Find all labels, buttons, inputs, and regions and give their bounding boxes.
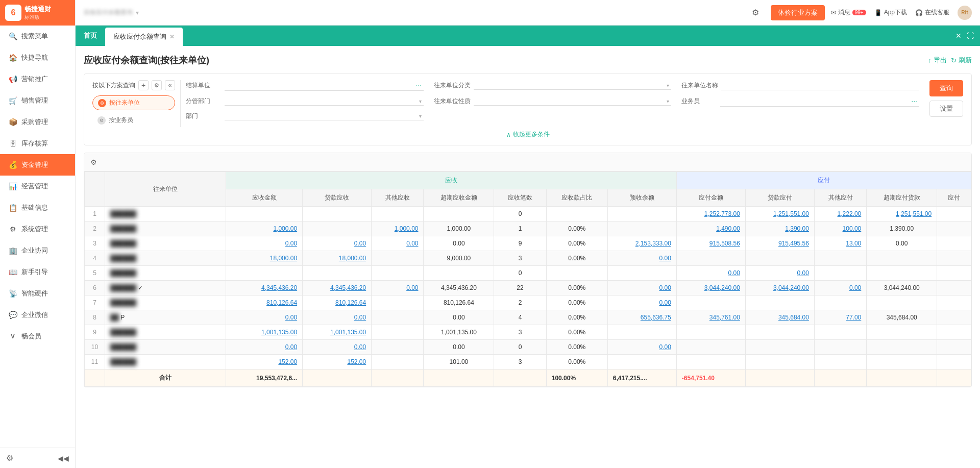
sidebar-item-operations[interactable]: 📊 经营管理 <box>0 176 75 197</box>
ar-amount-3[interactable]: 0.00 <box>226 236 303 251</box>
scheme-settings-btn[interactable]: ⚙ <box>152 80 162 90</box>
ar-loan-8[interactable]: 0.00 <box>303 310 372 325</box>
ar-amount-4[interactable]: 18,000.00 <box>226 251 303 266</box>
dept2-select[interactable]: ▾ <box>225 112 424 120</box>
tab-close-icon[interactable]: ✕ <box>169 33 175 40</box>
salesman-input[interactable] <box>722 97 911 105</box>
ap-overdue-5 <box>867 266 937 281</box>
ap-overdue-1[interactable]: 1,251,551.00 <box>867 207 937 221</box>
ar-amount-9[interactable]: 1,001,135.00 <box>226 325 303 340</box>
sidebar-item-inventory[interactable]: 🗄 库存核算 <box>0 133 75 154</box>
ar-amount-2[interactable]: 1,000.00 <box>226 221 303 236</box>
user-avatar-btn[interactable]: Rit <box>958 6 972 20</box>
sidebar-item-search[interactable]: 🔍 搜索菜单 <box>0 26 75 47</box>
ar-amount-10[interactable]: 0.00 <box>226 340 303 355</box>
ar-prepay-10[interactable]: 0.00 <box>607 340 676 355</box>
tab-home[interactable]: 首页 <box>76 26 105 46</box>
ap-loan-3[interactable]: 915,495.56 <box>745 236 814 251</box>
scheme-bybiz[interactable]: ⚙ 按业务员 <box>92 113 175 127</box>
field-salesman: 业务员 ··· <box>681 96 919 107</box>
ar-amount-7[interactable]: 810,126.64 <box>226 295 303 310</box>
sidebar-item-beginner[interactable]: 📖 新手引导 <box>0 261 75 283</box>
ar-loan-10[interactable]: 0.00 <box>303 340 372 355</box>
ap-other-6[interactable]: 0.00 <box>814 281 866 295</box>
ar-prepay-8[interactable]: 655,636.75 <box>607 310 676 325</box>
ap-loan-5[interactable]: 0.00 <box>745 266 814 281</box>
filter-collapse-btn[interactable]: ∧ 收起更多条件 <box>92 127 963 139</box>
sidebar-item-hardware[interactable]: 📡 智能硬件 <box>0 283 75 304</box>
online-service-btn[interactable]: 🎧 在线客服 <box>915 8 949 17</box>
ar-count-2: 1 <box>494 221 546 236</box>
sidebar-item-enterprise[interactable]: 🏢 企业协同 <box>0 240 75 261</box>
ar-other-6[interactable]: 0.00 <box>372 281 424 295</box>
scheme-byunit[interactable]: ⚙ 按往来单位 <box>92 95 175 110</box>
app-download-btn[interactable]: 📱 App下载 <box>874 8 907 17</box>
table-settings-icon[interactable]: ⚙ <box>90 158 97 166</box>
ap-amount-1[interactable]: 1,252,773.00 <box>676 207 745 221</box>
settlement-unit-input[interactable] <box>227 82 415 89</box>
inventory-icon: 🗄 <box>8 139 17 147</box>
ap-loan-8[interactable]: 345,684.00 <box>745 310 814 325</box>
ap-amount-8[interactable]: 345,761.00 <box>676 310 745 325</box>
settlement-unit-dots[interactable]: ··· <box>415 81 422 89</box>
ar-prepay-4[interactable]: 0.00 <box>607 251 676 266</box>
sidebar-item-member[interactable]: V 畅会员 <box>0 326 75 347</box>
sidebar-item-sales[interactable]: 🛒 销售管理 <box>0 90 75 111</box>
dept-select[interactable]: ▾ <box>225 97 424 106</box>
gear-button[interactable]: ⚙ <box>748 6 763 20</box>
ar-loan-11[interactable]: 152.00 <box>303 355 372 370</box>
table-scroll[interactable]: 往来单位 应收 应付 应收金额 贷款应收 其他应收 超期应收金额 应收笔数 <box>84 171 971 387</box>
ap-other-2[interactable]: 100.00 <box>814 221 866 236</box>
ap-other-8[interactable]: 77.00 <box>814 310 866 325</box>
partner-category-select[interactable]: ▾ <box>474 82 672 90</box>
ar-count-8: 4 <box>494 310 546 325</box>
ap-amount-3[interactable]: 915,508.56 <box>676 236 745 251</box>
refresh-button[interactable]: ↻ 刷新 <box>951 56 972 65</box>
sidebar-item-quicknav[interactable]: 🏠 快捷导航 <box>0 47 75 68</box>
tab-arbalance[interactable]: 应收应付余额查询 ✕ <box>105 28 183 46</box>
sidebar-item-basicinfo[interactable]: 📋 基础信息 <box>0 197 75 218</box>
ar-prepay-3[interactable]: 2,153,333.00 <box>607 236 676 251</box>
ar-prepay-7[interactable]: 0.00 <box>607 295 676 310</box>
ar-prepay-6[interactable]: 0.00 <box>607 281 676 295</box>
collapse-scheme-btn[interactable]: « <box>165 80 175 90</box>
add-scheme-btn[interactable]: + <box>138 80 149 90</box>
app-label: App下载 <box>884 8 907 17</box>
partner-name-input[interactable] <box>723 82 917 89</box>
tab-bar-maximize-btn[interactable]: ⛶ <box>967 32 974 40</box>
filter-settings-button[interactable]: 设置 <box>929 101 963 117</box>
tab-bar-close-btn[interactable]: ✕ <box>955 32 962 40</box>
ar-loan-4[interactable]: 18,000.00 <box>303 251 372 266</box>
sidebar-item-wechat[interactable]: 💬 企业微信 <box>0 304 75 326</box>
salesman-dots[interactable]: ··· <box>911 97 917 105</box>
ar-other-3[interactable]: 0.00 <box>372 236 424 251</box>
ap-loan-6[interactable]: 3,044,240.00 <box>745 281 814 295</box>
ap-amount-5[interactable]: 0.00 <box>676 266 745 281</box>
query-button[interactable]: 查询 <box>929 80 963 96</box>
ar-amount-8[interactable]: 0.00 <box>226 310 303 325</box>
export-button[interactable]: ↑ 导出 <box>928 56 947 65</box>
ar-loan-6[interactable]: 4,345,436.20 <box>303 281 372 295</box>
messages-btn[interactable]: ✉ 消息 99+ <box>831 8 866 17</box>
ap-amount-6[interactable]: 3,044,240.00 <box>676 281 745 295</box>
ar-loan-7[interactable]: 810,126.64 <box>303 295 372 310</box>
sidebar-item-sysadmin[interactable]: ⚙ 系统管理 <box>0 218 75 240</box>
sidebar-item-funds[interactable]: 💰 资金管理 <box>0 154 75 176</box>
ar-loan-3[interactable]: 0.00 <box>303 236 372 251</box>
partner-nature-select[interactable]: ▾ <box>474 97 672 106</box>
ap-other-3[interactable]: 13.00 <box>814 236 866 251</box>
ap-loan-1[interactable]: 1,251,551.00 <box>745 207 814 221</box>
ar-other-2[interactable]: 1,000.00 <box>372 221 424 236</box>
collapse-icon[interactable]: ◀◀ <box>58 454 69 462</box>
ap-loan-2[interactable]: 1,390.00 <box>745 221 814 236</box>
sidebar-item-marketing[interactable]: 📢 营销推广 <box>0 68 75 90</box>
ap-other-1[interactable]: 1,222.00 <box>814 207 866 221</box>
promo-button[interactable]: 体验行业方案 <box>771 5 825 20</box>
settings-icon[interactable]: ⚙ <box>6 453 13 463</box>
row-num-2: 2 <box>85 221 105 236</box>
sidebar-item-purchase[interactable]: 📦 采购管理 <box>0 111 75 133</box>
ar-amount-6[interactable]: 4,345,436.20 <box>226 281 303 295</box>
ar-loan-9[interactable]: 1,001,135.00 <box>303 325 372 340</box>
ar-amount-11[interactable]: 152.00 <box>226 355 303 370</box>
ap-amount-2[interactable]: 1,490.00 <box>676 221 745 236</box>
